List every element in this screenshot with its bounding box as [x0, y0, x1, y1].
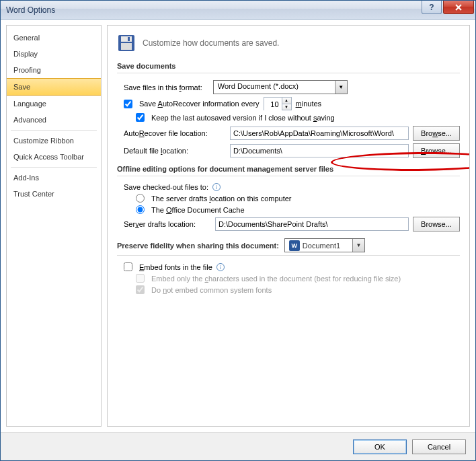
save-disk-icon [117, 34, 136, 52]
fidelity-doc-dropdown[interactable]: WDocument1 ▼ [284, 238, 365, 252]
info-icon[interactable]: i [216, 263, 225, 271]
sidebar: General Display Proofing Save Language A… [6, 25, 102, 427]
fidelity-heading: Preserve fidelity when sharing this docu… [117, 242, 279, 250]
window-title: Word Options [6, 5, 55, 15]
browse-autorecover-button[interactable]: Browse... [413, 126, 460, 141]
section-offline: Offline editing options for document man… [117, 165, 460, 176]
sidebar-item-customize-ribbon[interactable]: Customize Ribbon [7, 133, 101, 149]
panel-subtitle: Customize how documents are saved. [143, 38, 279, 48]
server-drafts-label: The server drafts location on this compu… [151, 194, 292, 203]
svg-rect-2 [121, 43, 132, 50]
titlebar-buttons: ? [422, 1, 474, 14]
main-panel: Customize how documents are saved. Save … [107, 25, 470, 427]
help-button[interactable]: ? [422, 1, 442, 14]
sidebar-item-proofing[interactable]: Proofing [7, 62, 101, 78]
format-label: Save files in this format: [124, 83, 202, 92]
panel-header: Customize how documents are saved. [117, 34, 460, 52]
sidebar-item-language[interactable]: Language [7, 96, 101, 112]
format-value: Word Document (*.docx) [214, 81, 335, 94]
keep-last-checkbox[interactable] [136, 113, 145, 122]
autorecover-loc-label: AutoRecover file location: [124, 129, 226, 137]
browse-drafts-button[interactable]: Browse... [413, 217, 460, 232]
sidebar-item-trust-center[interactable]: Trust Center [7, 186, 101, 202]
sidebar-separator [11, 130, 97, 131]
svg-rect-3 [128, 37, 130, 41]
server-drafts-radio[interactable] [136, 194, 145, 203]
default-loc-label: Default file location: [124, 147, 226, 155]
svg-rect-1 [121, 36, 132, 42]
sidebar-item-general[interactable]: General [7, 30, 101, 46]
autorecover-loc-input[interactable] [230, 127, 409, 140]
dialog-body: General Display Proofing Save Language A… [1, 20, 475, 432]
sidebar-item-display[interactable]: Display [7, 46, 101, 62]
autorecover-label: Save AutoRecover information every [139, 100, 260, 108]
autorecover-checkbox[interactable] [124, 100, 132, 108]
section-fidelity: Preserve fidelity when sharing this docu… [117, 238, 460, 256]
word-options-dialog: Word Options ? General Display Proofing … [0, 0, 476, 461]
spinner-up-icon[interactable]: ▲ [282, 98, 291, 104]
drafts-loc-input[interactable] [215, 217, 409, 231]
default-loc-input[interactable] [230, 144, 409, 157]
office-cache-radio[interactable] [136, 205, 145, 214]
chevron-down-icon[interactable]: ▼ [335, 81, 347, 94]
embed-fonts-checkbox[interactable] [124, 262, 132, 271]
no-common-checkbox [136, 285, 145, 294]
keep-last-label: Keep the last autosaved version if I clo… [151, 114, 335, 122]
spinner-down-icon[interactable]: ▼ [282, 104, 291, 110]
autorecover-minutes-input[interactable] [264, 98, 282, 111]
drafts-loc-label: Server drafts location: [124, 220, 211, 228]
cancel-button[interactable]: Cancel [412, 439, 466, 454]
office-cache-label: The Office Document Cache [151, 206, 245, 214]
fidelity-doc-name: Document1 [303, 242, 340, 250]
minutes-label: minutes [296, 100, 322, 108]
sidebar-separator [11, 167, 97, 168]
section-save-documents: Save documents [117, 62, 460, 73]
dialog-footer: OK Cancel [1, 432, 475, 460]
word-doc-icon: W [289, 240, 300, 251]
embed-only-label: Embed only the characters used in the do… [151, 275, 401, 283]
sidebar-item-addins[interactable]: Add-Ins [7, 170, 101, 186]
close-button[interactable] [443, 1, 474, 14]
sidebar-item-quick-access[interactable]: Quick Access Toolbar [7, 149, 101, 165]
embed-only-checkbox [136, 274, 145, 283]
close-icon [454, 4, 463, 11]
format-dropdown[interactable]: Word Document (*.docx) ▼ [213, 80, 348, 94]
save-checked-label: Save checked-out files to: [124, 183, 208, 191]
autorecover-minutes-spinner[interactable]: ▲▼ [264, 97, 292, 110]
browse-default-button[interactable]: Browse... [413, 143, 460, 158]
embed-fonts-label: Embed fonts in the file [139, 263, 212, 271]
info-icon[interactable]: i [212, 183, 221, 191]
chevron-down-icon[interactable]: ▼ [352, 239, 364, 252]
sidebar-item-advanced[interactable]: Advanced [7, 112, 101, 128]
sidebar-item-save[interactable]: Save [7, 78, 101, 96]
titlebar[interactable]: Word Options ? [1, 1, 475, 20]
ok-button[interactable]: OK [353, 439, 407, 454]
no-common-label: Do not embed common system fonts [151, 286, 272, 294]
